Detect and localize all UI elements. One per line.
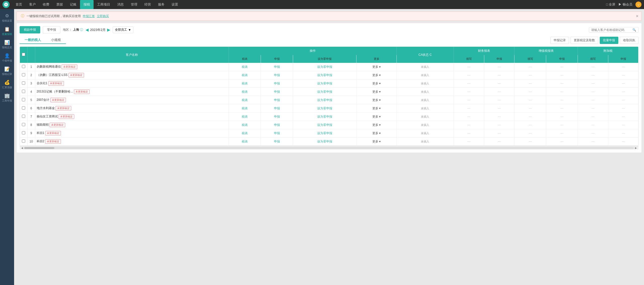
row-checkbox[interactable] [22, 131, 25, 134]
sidebar-item-personal-tax[interactable]: 👤 个税申报 [0, 51, 14, 64]
nav-operation[interactable]: 经营 [141, 0, 154, 9]
op-zero-link[interactable]: 设为零申报 [317, 131, 332, 135]
location-info-icon[interactable]: ⓘ [80, 28, 83, 32]
date-prev-btn[interactable]: ◀ [86, 27, 89, 32]
op-zero-link[interactable]: 设为零申报 [317, 65, 332, 69]
op-declare-link[interactable]: 申报 [274, 82, 280, 85]
user-avatar[interactable]: U [635, 2, 641, 8]
op-more-link[interactable]: 更多 ▾ [372, 73, 381, 77]
row-checkbox[interactable] [22, 73, 25, 76]
op-taxform-link[interactable]: 税表 [242, 107, 248, 110]
banner-link1[interactable]: 申报汇签 [83, 14, 95, 18]
sub-tab-general[interactable]: 一般的税人 [20, 36, 46, 44]
tab-tax-declare[interactable]: 税款申报 [20, 26, 40, 33]
op-zero-link[interactable]: 设为零申报 [317, 73, 332, 77]
select-all-checkbox[interactable] [22, 53, 25, 56]
tab-zero-declare[interactable]: 零申报 [43, 26, 60, 33]
op-declare-link[interactable]: 申报 [274, 65, 280, 69]
op-zero-link[interactable]: 设为零申报 [317, 140, 332, 143]
op-taxform-link[interactable]: 税表 [242, 98, 248, 102]
nav-billing[interactable]: 收费 [39, 0, 53, 9]
sidebar-item-biz-report[interactable]: 🏢 工商年报 [0, 91, 14, 104]
scroll-thumb[interactable] [24, 147, 54, 149]
nav-message[interactable]: 消息 [114, 0, 127, 9]
nav-accounting[interactable]: 记账 [66, 0, 80, 9]
op-more-link[interactable]: 更多 ▾ [372, 98, 381, 102]
row-checkbox[interactable] [22, 123, 25, 126]
retrieve-btn[interactable]: 收取回执 [620, 37, 638, 44]
op-zero-link[interactable]: 设为零申报 [317, 98, 332, 102]
search-icon[interactable]: 🔍 [632, 28, 636, 32]
banner-close-btn[interactable]: ✕ [636, 14, 639, 18]
status-badge[interactable]: 未更新核定 [50, 123, 65, 127]
sidebar-item-settlement[interactable]: 💰 汇算清缴 [0, 78, 14, 91]
op-declare-link[interactable]: 申报 [274, 73, 280, 77]
row-checkbox[interactable] [22, 139, 25, 143]
nav-settings[interactable]: 设置 [168, 0, 182, 9]
op-declare-link[interactable]: 申报 [274, 140, 280, 143]
nav-service[interactable]: 服务 [154, 0, 168, 9]
op-declare-link[interactable]: 申报 [274, 107, 280, 110]
op-taxform-link[interactable]: 税表 [242, 90, 248, 93]
scroll-left-btn[interactable]: ◀ [20, 147, 24, 149]
update-tax-btn[interactable]: 更新税定及取数 [571, 37, 598, 44]
op-more-link[interactable]: 更多 ▾ [372, 140, 381, 143]
status-badge[interactable]: 未更新核定 [62, 65, 77, 69]
op-taxform-link[interactable]: 税表 [242, 123, 248, 127]
scroll-track[interactable] [24, 147, 634, 149]
status-badge[interactable]: 未更新核定 [45, 131, 61, 135]
nav-manage[interactable]: 管理 [127, 0, 141, 9]
sidebar-item-tax-record[interactable]: 📝 报税记录 [0, 64, 14, 78]
row-checkbox[interactable] [22, 81, 25, 85]
row-checkbox[interactable] [22, 98, 25, 101]
op-declare-link[interactable]: 申报 [274, 90, 280, 93]
op-declare-link[interactable]: 申报 [274, 123, 280, 127]
op-more-link[interactable]: 更多 ▾ [372, 123, 381, 127]
sidebar-item-overview[interactable]: 📊 报税总览 [0, 38, 14, 51]
status-badge[interactable]: 未更新核定 [50, 98, 66, 102]
row-checkbox[interactable] [22, 90, 25, 93]
op-declare-link[interactable]: 申报 [274, 131, 280, 135]
sidebar-item-tax-settings[interactable]: ⚙ 报税设置 [0, 11, 14, 24]
op-declare-link[interactable]: 申报 [274, 115, 280, 118]
nav-tax[interactable]: 报税 [80, 0, 94, 9]
nav-invoice[interactable]: 票据 [53, 0, 66, 9]
row-checkbox[interactable] [22, 65, 25, 68]
row-checkbox[interactable] [22, 106, 25, 110]
banner-link2[interactable]: 立即购买 [97, 14, 109, 18]
op-taxform-link[interactable]: 税表 [242, 115, 248, 118]
vip-btn[interactable]: ▶ 畅会员 [618, 2, 632, 7]
op-taxform-link[interactable]: 税表 [242, 82, 248, 85]
op-taxform-link[interactable]: 税表 [242, 65, 248, 69]
status-badge[interactable]: 未更新核定 [45, 139, 61, 144]
status-badge[interactable]: 未更新核定 [74, 89, 90, 94]
app-logo[interactable] [3, 1, 10, 8]
row-checkbox[interactable] [22, 115, 25, 118]
sidebar-item-batch-tax[interactable]: 📋 批量报税 [0, 24, 14, 38]
op-taxform-link[interactable]: 税表 [242, 73, 248, 77]
op-taxform-link[interactable]: 税表 [242, 131, 248, 135]
batch-declare-btn[interactable]: 批量申报 [600, 37, 618, 44]
date-next-btn[interactable]: ▶ [107, 27, 110, 32]
op-more-link[interactable]: 更多 ▾ [372, 107, 381, 110]
op-more-link[interactable]: 更多 ▾ [372, 131, 381, 135]
op-declare-link[interactable]: 申报 [274, 98, 280, 102]
nav-home[interactable]: 首页 [12, 0, 26, 9]
op-taxform-link[interactable]: 税表 [242, 140, 248, 143]
op-more-link[interactable]: 更多 ▾ [372, 65, 381, 69]
op-zero-link[interactable]: 设为零申报 [317, 107, 332, 110]
fullscreen-btn[interactable]: □ 全屏 [606, 2, 615, 7]
search-input[interactable] [591, 28, 631, 32]
op-zero-link[interactable]: 设为零申报 [317, 82, 332, 85]
op-zero-link[interactable]: 设为零申报 [317, 90, 332, 93]
declare-record-btn[interactable]: 申报记录 [550, 37, 569, 44]
op-more-link[interactable]: 更多 ▾ [372, 115, 381, 118]
staff-selector[interactable]: 全部员工 ▼ [113, 26, 133, 33]
status-badge[interactable]: 未更新核定 [68, 73, 84, 77]
op-more-link[interactable]: 更多 ▾ [372, 82, 381, 85]
status-badge[interactable]: 未更新核定 [48, 81, 64, 86]
op-zero-link[interactable]: 设为零申报 [317, 115, 332, 118]
nav-client[interactable]: 客户 [26, 0, 39, 9]
op-zero-link[interactable]: 设为零申报 [317, 123, 332, 127]
scroll-right-btn[interactable]: ▶ [634, 147, 638, 149]
